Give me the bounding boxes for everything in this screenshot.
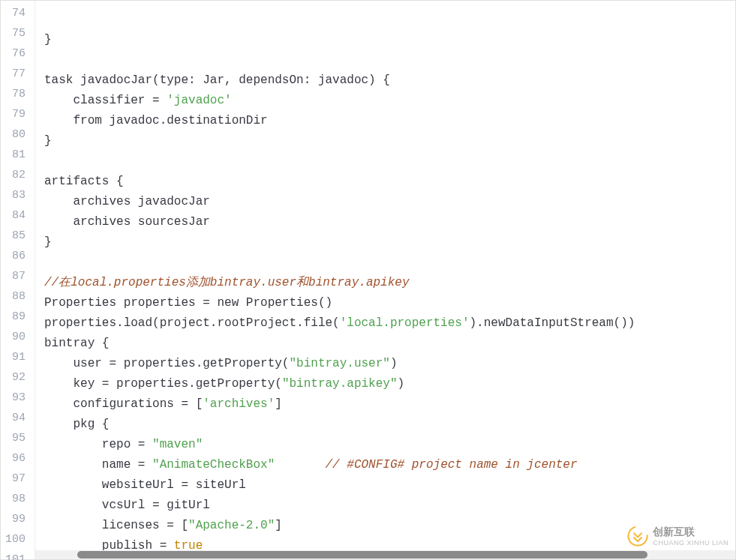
watermark-icon bbox=[627, 526, 648, 547]
code-token: "bintray.user" bbox=[289, 357, 389, 370]
line-number: 90 bbox=[5, 327, 26, 347]
code-token: pkg { bbox=[44, 418, 109, 431]
line-number: 99 bbox=[5, 509, 26, 529]
code-token: ] bbox=[275, 397, 282, 411]
code-token: archives sourcesJar bbox=[44, 215, 210, 229]
code-token: from javadoc.destinationDir bbox=[44, 114, 268, 127]
code-token: 'javadoc' bbox=[167, 94, 231, 107]
line-number: 76 bbox=[5, 43, 26, 64]
code-token bbox=[275, 458, 325, 472]
code-token: classifier = bbox=[44, 94, 167, 107]
line-number: 81 bbox=[5, 145, 26, 165]
line-number: 88 bbox=[5, 286, 26, 307]
code-line[interactable]: bintray { bbox=[44, 334, 735, 354]
line-number: 100 bbox=[5, 529, 26, 550]
line-number: 86 bbox=[5, 246, 26, 266]
line-number: 101 bbox=[5, 550, 26, 560]
code-token: repo = bbox=[44, 438, 152, 451]
line-number: 93 bbox=[5, 388, 26, 408]
code-token: ) bbox=[398, 377, 405, 391]
code-token: websiteUrl = siteUrl bbox=[44, 478, 246, 492]
line-number: 87 bbox=[5, 266, 26, 286]
code-token: } bbox=[44, 235, 52, 249]
code-line[interactable]: } bbox=[44, 232, 735, 253]
scrollbar-thumb[interactable] bbox=[77, 551, 647, 559]
code-line[interactable]: vcsUrl = gitUrl bbox=[44, 496, 735, 516]
line-number-gutter: 7475767778798081828384858687888990919293… bbox=[1, 1, 35, 559]
line-number: 92 bbox=[5, 367, 26, 388]
code-line[interactable]: repo = "maven" bbox=[44, 435, 735, 455]
code-token: key = properties.getProperty( bbox=[44, 377, 282, 391]
code-token: properties.load(project.rootProject.file… bbox=[44, 316, 340, 330]
code-token: // #CONFIG# project name in jcenter bbox=[326, 458, 578, 472]
code-token: "bintray.apikey" bbox=[282, 377, 398, 391]
watermark-text-bottom: CHUANG XINHU LIAN bbox=[653, 539, 728, 547]
line-number: 91 bbox=[5, 347, 26, 367]
code-line[interactable]: name = "AnimateCheckBox" // #CONFIG# pro… bbox=[44, 455, 735, 475]
line-number: 79 bbox=[5, 104, 26, 124]
line-number: 98 bbox=[5, 489, 26, 509]
code-token: name = bbox=[44, 458, 152, 472]
code-line[interactable]: Properties properties = new Properties() bbox=[44, 293, 735, 313]
line-number: 95 bbox=[5, 428, 26, 448]
code-token: task javadocJar(type: Jar, dependsOn: ja… bbox=[44, 73, 390, 87]
code-line[interactable]: configurations = ['archives'] bbox=[44, 394, 735, 415]
code-line[interactable]: } bbox=[44, 30, 735, 50]
code-editor[interactable]: 7475767778798081828384858687888990919293… bbox=[0, 0, 736, 560]
code-line[interactable]: archives javadocJar bbox=[44, 192, 735, 212]
watermark-logo: 创新互联 CHUANG XINHU LIAN bbox=[627, 526, 728, 547]
code-token: 'local.properties' bbox=[340, 316, 470, 330]
code-token: user = properties.getProperty( bbox=[44, 357, 289, 370]
code-line[interactable] bbox=[44, 151, 735, 172]
line-number: 96 bbox=[5, 448, 26, 469]
code-line[interactable]: classifier = 'javadoc' bbox=[44, 91, 735, 111]
watermark-text-top: 创新互联 bbox=[653, 526, 728, 539]
line-number: 84 bbox=[5, 205, 26, 226]
code-token: } bbox=[44, 33, 52, 46]
code-line[interactable]: task javadocJar(type: Jar, dependsOn: ja… bbox=[44, 70, 735, 91]
code-token: artifacts { bbox=[44, 175, 124, 188]
code-token: ] bbox=[275, 519, 282, 532]
code-line[interactable]: websiteUrl = siteUrl bbox=[44, 475, 735, 496]
code-line[interactable]: properties.load(project.rootProject.file… bbox=[44, 313, 735, 334]
code-line[interactable]: pkg { bbox=[44, 415, 735, 435]
code-token: } bbox=[44, 134, 52, 148]
code-token: "maven" bbox=[152, 438, 203, 451]
line-number: 75 bbox=[5, 23, 26, 43]
horizontal-scrollbar[interactable] bbox=[35, 550, 735, 559]
code-token: configurations = [ bbox=[44, 397, 203, 411]
code-area[interactable]: }task javadocJar(type: Jar, dependsOn: j… bbox=[35, 1, 735, 559]
line-number: 80 bbox=[5, 124, 26, 145]
line-number: 78 bbox=[5, 84, 26, 104]
code-line[interactable]: from javadoc.destinationDir bbox=[44, 111, 735, 131]
code-token: ) bbox=[390, 357, 398, 370]
line-number: 77 bbox=[5, 64, 26, 84]
code-token: Properties properties = new Properties() bbox=[44, 296, 332, 310]
code-token: 'archives' bbox=[203, 397, 275, 411]
code-line[interactable]: user = properties.getProperty("bintray.u… bbox=[44, 354, 735, 374]
code-line[interactable]: archives sourcesJar bbox=[44, 212, 735, 232]
code-line[interactable]: key = properties.getProperty("bintray.ap… bbox=[44, 374, 735, 394]
code-line[interactable]: } bbox=[44, 131, 735, 151]
code-token: bintray { bbox=[44, 337, 109, 350]
code-line[interactable] bbox=[44, 50, 735, 70]
code-token: "AnimateCheckBox" bbox=[152, 458, 275, 472]
code-line[interactable]: //在local.properties添加bintray.user和bintra… bbox=[44, 273, 735, 293]
line-number: 82 bbox=[5, 165, 26, 185]
line-number: 74 bbox=[5, 3, 26, 23]
line-number: 94 bbox=[5, 408, 26, 428]
line-number: 89 bbox=[5, 307, 26, 327]
line-number: 85 bbox=[5, 226, 26, 246]
code-token: //在local.properties添加bintray.user和bintra… bbox=[44, 276, 409, 289]
line-number: 83 bbox=[5, 185, 26, 205]
line-number: 97 bbox=[5, 469, 26, 489]
code-token: "Apache-2.0" bbox=[188, 519, 275, 532]
code-token: archives javadocJar bbox=[44, 195, 210, 208]
code-token: ).newDataInputStream()) bbox=[470, 316, 635, 330]
code-line[interactable]: artifacts { bbox=[44, 172, 735, 192]
code-token: licenses = [ bbox=[44, 519, 188, 532]
code-line[interactable] bbox=[44, 253, 735, 273]
code-token: vcsUrl = gitUrl bbox=[44, 499, 210, 512]
